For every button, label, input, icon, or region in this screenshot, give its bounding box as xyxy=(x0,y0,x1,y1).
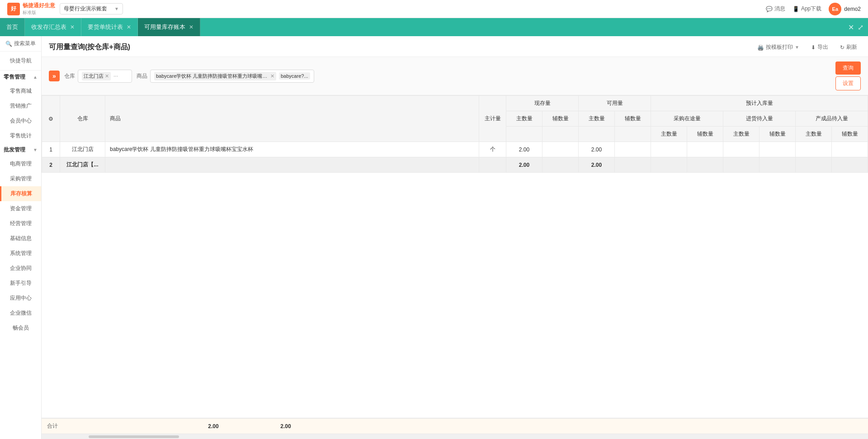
warehouse-ellipsis[interactable]: ··· xyxy=(113,73,118,79)
refresh-icon: ↻ xyxy=(840,44,844,51)
footer-label: 合计 xyxy=(42,422,168,430)
maximize-icon[interactable]: ⤢ xyxy=(858,23,863,32)
sidebar-item-member-center[interactable]: 会员中心 xyxy=(0,113,41,128)
app-download-label: App下载 xyxy=(801,5,821,13)
sidebar-section-retail[interactable]: 零售管理 ▲ xyxy=(0,71,41,84)
sidebar-item-newbie[interactable]: 新手引导 xyxy=(0,276,41,291)
sidebar-item-purchase[interactable]: 采购管理 xyxy=(0,171,41,186)
cell-subtotal-fp-aux xyxy=(832,157,868,173)
tab-order-stats-close[interactable]: ✕ xyxy=(127,24,131,30)
cell-subtotal-warehouse: 江北门店【... xyxy=(60,157,105,173)
th-stock-main: 主数量 xyxy=(506,111,542,127)
warehouse-input[interactable]: 江北门店 ✕ ··· xyxy=(78,70,132,83)
message-btn[interactable]: 💬 消息 xyxy=(766,5,785,13)
footer-avail-aux xyxy=(304,423,340,430)
sidebar-item-operations[interactable]: 经营管理 xyxy=(0,216,41,231)
message-icon: 💬 xyxy=(766,6,773,12)
th-stock-aux: 辅数量 xyxy=(542,111,579,127)
th-pt2-main xyxy=(579,127,615,142)
user-name[interactable]: demo2 xyxy=(844,6,861,12)
sidebar-item-ecommerce[interactable]: 电商管理 xyxy=(0,156,41,171)
table-footer: 合计 2.00 2.00 xyxy=(42,418,868,434)
export-icon: ⬇ xyxy=(811,44,816,51)
logo-text-group: 畅捷通好生意 标准版 xyxy=(23,2,55,16)
industry-selector[interactable]: 母婴行业演示账套 ▼ xyxy=(60,3,123,14)
close-window-icon[interactable]: ✕ xyxy=(848,23,854,32)
industry-selector-label: 母婴行业演示账套 xyxy=(64,5,107,13)
app-download-btn[interactable]: 📱 App下载 xyxy=(793,5,821,13)
tab-receipt-summary-close[interactable]: ✕ xyxy=(70,24,75,30)
sidebar: 🔍 搜索菜单 快捷导航 零售管理 ▲ 零售商城 营销推广 会员中心 零售统计 批… xyxy=(0,36,42,439)
tab-receipt-summary[interactable]: 收发存汇总表 ✕ xyxy=(25,18,81,36)
sidebar-item-wechat[interactable]: 企业微信 xyxy=(0,306,41,321)
warehouse-tag-label: 江北门店 xyxy=(84,73,104,80)
cell-subtotal-avail-main: 2.00 xyxy=(579,157,615,173)
product-label: 商品 xyxy=(137,72,147,80)
table-row: 1 江北门店 babycare学饮杯 儿童防摔防撞吸管杯重力球吸嘴杯宝宝水杯 个… xyxy=(42,142,868,157)
logo-text: 畅捷通好生意 xyxy=(23,2,55,9)
sidebar-item-retail-mall[interactable]: 零售商城 xyxy=(0,84,41,99)
product-tag1-close[interactable]: ✕ xyxy=(270,73,274,79)
scroll-thumb[interactable] xyxy=(89,435,179,438)
search-icon: 🔍 xyxy=(5,41,12,47)
filter-toggle-btn[interactable]: » xyxy=(49,71,60,81)
print-btn[interactable]: 🖨️ 按模板打印 ▼ xyxy=(754,42,803,53)
footer-avail-main: 2.00 xyxy=(268,423,304,430)
warehouse-label: 仓库 xyxy=(64,72,75,80)
user-area[interactable]: Ea demo2 xyxy=(829,3,861,15)
cell-stock-aux xyxy=(542,142,579,157)
top-bar-right: 💬 消息 📱 App下载 Ea demo2 xyxy=(766,3,861,15)
cell-avail-main: 2.00 xyxy=(579,142,615,157)
th-pt-main xyxy=(506,127,542,142)
cell-no: 1 xyxy=(42,142,60,157)
warehouse-tag: 江北门店 ✕ xyxy=(82,72,111,80)
footer-stock-aux xyxy=(231,423,268,430)
chevron-down-icon: ▼ xyxy=(114,6,119,11)
th-fp-main: 主数量 xyxy=(796,127,832,142)
tab-available-inventory-close[interactable]: ✕ xyxy=(189,24,193,30)
footer-stock-main: 2.00 xyxy=(195,423,231,430)
cell-subtotal-avail-aux xyxy=(615,157,651,173)
cell-warehouse: 江北门店 xyxy=(60,142,105,157)
product-input[interactable]: babycare学饮杯 儿童防摔防撞吸管杯重力球吸嘴杯宝宝水杯 ✕ babyca… xyxy=(150,70,314,83)
page-header: 可用量查询(按仓库+商品) 🖨️ 按模板打印 ▼ ⬇ 导出 ↻ 刷新 xyxy=(42,36,868,57)
sidebar-item-app-center[interactable]: 应用中心 xyxy=(0,291,41,306)
gear-icon[interactable]: ⚙ xyxy=(48,116,53,122)
settings-button[interactable]: 设置 xyxy=(835,76,861,90)
message-label: 消息 xyxy=(774,5,785,13)
sidebar-item-enterprise[interactable]: 企业协同 xyxy=(0,261,41,276)
tab-order-stats[interactable]: 要货单统计表 ✕ xyxy=(81,18,138,36)
cell-pt-aux xyxy=(687,142,723,157)
warehouse-tag-close[interactable]: ✕ xyxy=(105,73,109,79)
logo-sub: 标准版 xyxy=(23,9,55,16)
th-stock: 现存量 xyxy=(506,96,579,111)
sidebar-item-finance[interactable]: 资金管理 xyxy=(0,201,41,216)
sidebar-section-wholesale[interactable]: 批发管理 ▼ xyxy=(0,143,41,156)
content-area: 可用量查询(按仓库+商品) 🖨️ 按模板打印 ▼ ⬇ 导出 ↻ 刷新 xyxy=(42,36,868,439)
tab-available-inventory[interactable]: 可用量库存账本 ✕ xyxy=(138,18,200,36)
table-header-row1: ⚙ 仓库 商品 主计量 现存量 可用量 预计入库量 xyxy=(42,96,868,111)
sidebar-item-retail-stats[interactable]: 零售统计 xyxy=(0,128,41,143)
tab-receipt-summary-label: 收发存汇总表 xyxy=(31,23,66,31)
top-bar: 好 畅捷通好生意 标准版 母婴行业演示账套 ▼ 💬 消息 📱 App下载 Ea … xyxy=(0,0,868,18)
export-btn[interactable]: ⬇ 导出 xyxy=(807,42,832,53)
sidebar-item-basic[interactable]: 基础信息 xyxy=(0,231,41,246)
app-download-icon: 📱 xyxy=(793,6,799,12)
sidebar-search[interactable]: 🔍 搜索菜单 xyxy=(0,36,41,52)
sidebar-item-system[interactable]: 系统管理 xyxy=(0,246,41,261)
sidebar-item-inventory[interactable]: 库存核算 xyxy=(0,186,41,201)
sidebar-item-member[interactable]: 畅会员 xyxy=(0,321,41,335)
sidebar-item-quick-nav[interactable]: 快捷导航 xyxy=(0,54,41,67)
tab-home[interactable]: 首页 xyxy=(0,18,25,36)
th-gear: ⚙ xyxy=(42,96,60,142)
sidebar-section-retail-label: 零售管理 xyxy=(4,73,25,81)
footer-spacer-unit xyxy=(168,423,195,430)
cell-subtotal-unit xyxy=(479,157,506,173)
table-wrap: ⚙ 仓库 商品 主计量 现存量 可用量 预计入库量 主数量 辅数量 xyxy=(42,95,868,418)
refresh-btn[interactable]: ↻ 刷新 xyxy=(836,42,861,53)
query-button[interactable]: 查询 xyxy=(835,61,861,75)
export-label: 导出 xyxy=(817,43,828,51)
sidebar-item-marketing[interactable]: 营销推广 xyxy=(0,99,41,113)
cell-product: babycare学饮杯 儿童防摔防撞吸管杯重力球吸嘴杯宝宝水杯 xyxy=(105,142,479,157)
chevron-down-icon-print: ▼ xyxy=(795,45,799,50)
